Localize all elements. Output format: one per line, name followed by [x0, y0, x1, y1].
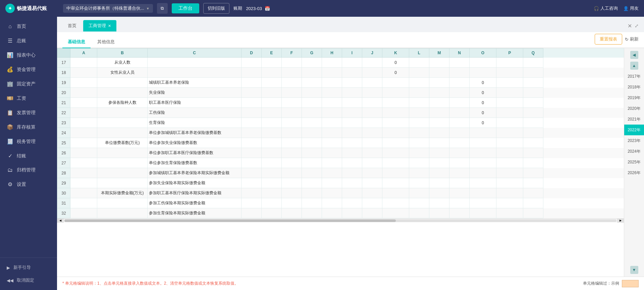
- year-item-2022[interactable]: 2022年: [624, 125, 644, 135]
- cell-21-j[interactable]: [362, 98, 382, 108]
- cell-28-j[interactable]: [362, 168, 382, 178]
- panel-down-arrow[interactable]: ▼: [630, 266, 638, 274]
- cell-18-i[interactable]: [342, 68, 362, 78]
- refresh-button[interactable]: ↻ 刷新: [625, 36, 639, 42]
- tab-bizmanage[interactable]: 工商管理 ✕: [83, 20, 116, 31]
- tab-basic-info[interactable]: 基础信息: [62, 36, 91, 48]
- cell-18-m[interactable]: [429, 68, 449, 78]
- cell-30-h[interactable]: [322, 188, 342, 198]
- cell-30-l[interactable]: [409, 188, 429, 198]
- cell-23-j[interactable]: [362, 118, 382, 128]
- cell-25-o[interactable]: [470, 138, 496, 148]
- old-version-button[interactable]: 切到旧版: [203, 3, 229, 14]
- tab-home[interactable]: 首页: [62, 20, 82, 31]
- cell-20-g[interactable]: [302, 88, 322, 98]
- cell-25-h[interactable]: [322, 138, 342, 148]
- cell-17-e[interactable]: [262, 58, 282, 68]
- year-item-2017[interactable]: 2017年: [624, 71, 644, 82]
- cell-17-f[interactable]: [282, 58, 302, 68]
- cell-31-e[interactable]: [262, 198, 282, 208]
- cell-20-m[interactable]: [429, 88, 449, 98]
- cell-18-l[interactable]: [409, 68, 429, 78]
- cell-30-j[interactable]: [362, 188, 382, 198]
- cell-24-q[interactable]: [523, 128, 543, 138]
- cell-17-d[interactable]: [241, 58, 262, 68]
- cell-30-e[interactable]: [262, 188, 282, 198]
- cell-19-a[interactable]: [70, 78, 97, 88]
- cell-32-m[interactable]: [429, 208, 449, 218]
- sidebar-item-funds[interactable]: 💰 资金管理: [0, 62, 57, 77]
- cell-23-f[interactable]: [282, 118, 302, 128]
- cell-24-i[interactable]: [342, 128, 362, 138]
- year-item-2025[interactable]: 2025年: [624, 157, 644, 167]
- cell-18-f[interactable]: [282, 68, 302, 78]
- cell-22-o[interactable]: 0: [470, 108, 496, 118]
- cell-27-p[interactable]: [496, 158, 523, 168]
- cell-32-p[interactable]: [496, 208, 523, 218]
- cell-30-a[interactable]: [70, 188, 97, 198]
- cell-22-e[interactable]: [262, 108, 282, 118]
- cell-31-a[interactable]: [70, 198, 97, 208]
- cell-17-h[interactable]: [322, 58, 342, 68]
- cell-28-e[interactable]: [262, 168, 282, 178]
- user-button[interactable]: 👤 用友: [623, 5, 639, 11]
- cell-25-n[interactable]: [449, 138, 470, 148]
- cell-29-c[interactable]: 参加失业保险本期实际缴费金额: [148, 178, 241, 188]
- cell-20-h[interactable]: [322, 88, 342, 98]
- cell-20-b[interactable]: [97, 88, 148, 98]
- cell-25-p[interactable]: [496, 138, 523, 148]
- tab-other-info[interactable]: 其他信息: [92, 36, 120, 48]
- cell-27-k[interactable]: [382, 158, 409, 168]
- cell-25-i[interactable]: [342, 138, 362, 148]
- cell-26-b[interactable]: [97, 148, 148, 158]
- cell-27-n[interactable]: [449, 158, 470, 168]
- cell-24-h[interactable]: [322, 128, 342, 138]
- cell-32-e[interactable]: [262, 208, 282, 218]
- cell-19-g[interactable]: [302, 78, 322, 88]
- cell-21-p[interactable]: [496, 98, 523, 108]
- cell-26-e[interactable]: [262, 148, 282, 158]
- cell-25-d[interactable]: [241, 138, 262, 148]
- cell-21-g[interactable]: [302, 98, 322, 108]
- year-item-2021[interactable]: 2021年: [624, 114, 644, 125]
- sidebar-item-tax[interactable]: 🧾 税务管理: [0, 134, 57, 149]
- cell-29-n[interactable]: [449, 178, 470, 188]
- cell-26-q[interactable]: [523, 148, 543, 158]
- cell-25-c[interactable]: 单位参加失业保险缴费基数: [148, 138, 241, 148]
- cell-17-i[interactable]: [342, 58, 362, 68]
- cell-21-h[interactable]: [322, 98, 342, 108]
- cell-24-o[interactable]: [470, 128, 496, 138]
- cell-19-n[interactable]: [449, 78, 470, 88]
- cell-23-d[interactable]: [241, 118, 262, 128]
- cell-26-f[interactable]: [282, 148, 302, 158]
- sidebar-item-settings[interactable]: ⚙ 设置: [0, 177, 57, 192]
- cell-23-p[interactable]: [496, 118, 523, 128]
- cell-22-g[interactable]: [302, 108, 322, 118]
- cell-23-q[interactable]: [523, 118, 543, 128]
- cell-26-m[interactable]: [429, 148, 449, 158]
- cell-22-b[interactable]: [97, 108, 148, 118]
- cell-21-q[interactable]: [523, 98, 543, 108]
- cell-27-g[interactable]: [302, 158, 322, 168]
- cell-19-e[interactable]: [262, 78, 282, 88]
- cell-19-i[interactable]: [342, 78, 362, 88]
- cell-32-j[interactable]: [362, 208, 382, 218]
- cell-20-a[interactable]: [70, 88, 97, 98]
- cell-18-h[interactable]: [322, 68, 342, 78]
- cell-29-i[interactable]: [342, 178, 362, 188]
- sidebar-item-ledger[interactable]: ☰ 总账: [0, 33, 57, 48]
- cell-17-b[interactable]: 从业人数: [97, 58, 148, 68]
- cell-29-b[interactable]: [97, 178, 148, 188]
- cell-25-b[interactable]: 单位缴费基数(万元): [97, 138, 148, 148]
- cell-23-i[interactable]: [342, 118, 362, 128]
- cell-24-k[interactable]: [382, 128, 409, 138]
- cell-17-g[interactable]: [302, 58, 322, 68]
- scroll-right-arrow[interactable]: ▶: [617, 219, 624, 223]
- cell-27-m[interactable]: [429, 158, 449, 168]
- cell-31-o[interactable]: [470, 198, 496, 208]
- cell-18-b[interactable]: 女性从业人员: [97, 68, 148, 78]
- cell-29-l[interactable]: [409, 178, 429, 188]
- cell-26-c[interactable]: 单位参加职工基本医疗保险缴费基数: [148, 148, 241, 158]
- cell-27-e[interactable]: [262, 158, 282, 168]
- cell-30-d[interactable]: [241, 188, 262, 198]
